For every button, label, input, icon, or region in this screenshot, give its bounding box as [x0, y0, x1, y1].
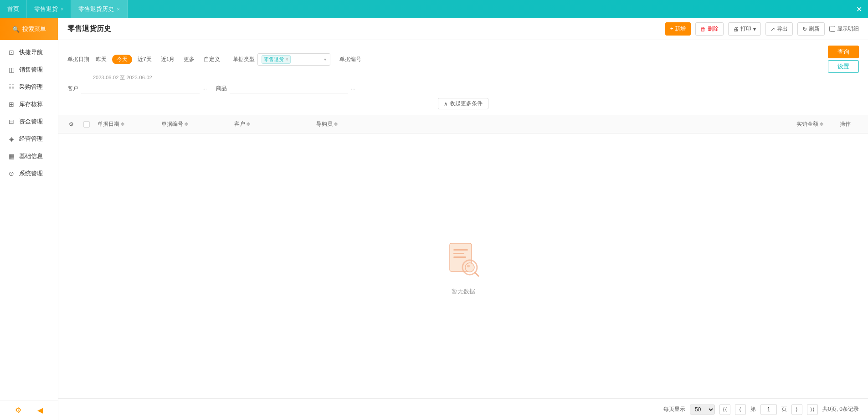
date-filter-label: 单据日期	[67, 56, 89, 63]
date-selector: 昨天 今天 近7天 近1月 更多 自定义	[92, 55, 224, 64]
voucher-no-label: 单据编号	[339, 56, 361, 63]
date-btn-more[interactable]: 更多	[180, 55, 198, 64]
th-gear[interactable]: ⚙	[63, 121, 79, 128]
date-btn-7days[interactable]: 近7天	[134, 55, 155, 64]
page-header: 零售退货历史 + 新增 🗑 删除 🖨 打印 ▾ ↗ 导出 ↻	[58, 18, 868, 40]
sidebar-item-sys-mgmt[interactable]: ⊙ 系统管理	[0, 165, 58, 182]
search-menu-button[interactable]: 🔍 搜索菜单	[0, 18, 58, 40]
sidebar-item-basic-info[interactable]: ▦ 基础信息	[0, 148, 58, 165]
th-customer: 客户	[231, 120, 313, 128]
sidebar-item-inventory[interactable]: ⊞ 库存核算	[0, 96, 58, 113]
date-btn-1month[interactable]: 近1月	[157, 55, 179, 64]
svg-point-7	[467, 265, 470, 267]
sidebar-item-purchase-mgmt[interactable]: ☷ 采购管理	[0, 78, 58, 96]
table-area: ⚙ 单据日期 单据编号	[58, 115, 868, 398]
customer-label: 客户	[67, 85, 78, 92]
th-check[interactable]	[79, 121, 94, 128]
customer-sort[interactable]	[247, 122, 250, 126]
filter-row-1: 单据日期 昨天 今天 近7天 近1月 更多 自定义 单据类型	[67, 46, 859, 73]
th-date: 单据日期	[94, 120, 158, 128]
amount-sort[interactable]	[820, 122, 823, 126]
settings-icon[interactable]: ⚙	[15, 406, 21, 415]
nav-label-sys-mgmt: 系统管理	[19, 169, 43, 178]
delete-icon: 🗑	[700, 26, 706, 32]
show-detail-checkbox-label[interactable]: 显示明细	[829, 25, 859, 33]
sidebar-item-quick-nav[interactable]: ⊡ 快捷导航	[0, 44, 58, 61]
delete-button[interactable]: 🗑 删除	[695, 22, 724, 36]
page-size-label: 每页显示	[663, 405, 685, 413]
sidebar: 🔍 搜索菜单 ⊡ 快捷导航 ◫ 销售管理 ☷ 采购管理 ⊞ 库存核算 ⊟ 资金管…	[0, 18, 58, 420]
next-page-button[interactable]: ⟩	[791, 404, 802, 415]
voucher-no-input[interactable]	[364, 55, 464, 64]
voucher-type-dropdown-icon: ▾	[324, 57, 326, 62]
date-btn-today[interactable]: 今天	[112, 55, 132, 64]
date-btn-custom[interactable]: 自定义	[200, 55, 224, 64]
nav-icon-sys-mgmt: ⊙	[7, 169, 15, 178]
query-button[interactable]: 查询	[828, 46, 859, 58]
nav-icon-basic-info: ▦	[7, 152, 15, 160]
voucher-type-label: 单据类型	[233, 56, 255, 63]
filter-area: 单据日期 昨天 今天 近7天 近1月 更多 自定义 单据类型	[58, 40, 868, 115]
nav-icon-sales-mgmt: ◫	[7, 66, 15, 74]
page-number-input[interactable]	[760, 404, 777, 415]
svg-rect-3	[453, 256, 466, 258]
date-range-display: 2023-06-02 至 2023-06-02	[93, 74, 859, 81]
sidebar-item-finance[interactable]: ⊟ 资金管理	[0, 113, 58, 130]
guide-sort[interactable]	[334, 122, 338, 126]
voucher-type-select[interactable]: 零售退货 × ▾	[257, 53, 330, 66]
goods-search-icon[interactable]: ···	[351, 86, 355, 92]
goods-input[interactable]	[230, 84, 348, 93]
export-button[interactable]: ↗ 导出	[765, 22, 793, 36]
nav-icon-operations: ◈	[7, 135, 15, 143]
voucher-type-select-inner: 零售退货 ×	[262, 55, 321, 64]
search-icon: 🔍	[12, 26, 20, 33]
tab-label-retail-return-history: 零售退货历史	[78, 5, 114, 13]
new-button[interactable]: + 新增	[665, 22, 691, 36]
nav-label-purchase-mgmt: 采购管理	[19, 83, 43, 91]
svg-point-5	[465, 263, 474, 272]
show-detail-checkbox[interactable]	[829, 26, 835, 32]
page-size-select[interactable]: 20 50 100	[690, 405, 715, 415]
collapse-icon: ∧	[444, 101, 448, 107]
action-buttons: 查询 设置	[828, 46, 859, 73]
collapse-sidebar-icon[interactable]: ◀	[37, 406, 43, 415]
sidebar-item-operations[interactable]: ◈ 经营管理	[0, 130, 58, 148]
nav-label-basic-info: 基础信息	[19, 152, 43, 160]
top-bar: 首页零售退货×零售退货历史× ✕	[0, 0, 868, 18]
num-sort[interactable]	[185, 122, 188, 126]
customer-search-icon[interactable]: ···	[202, 86, 207, 92]
date-sort[interactable]	[121, 122, 124, 126]
first-page-button[interactable]: ⟨⟨	[719, 404, 730, 415]
export-icon: ↗	[770, 26, 775, 32]
empty-text: 暂无数据	[452, 287, 475, 296]
goods-filter-item: 商品 ···	[216, 84, 355, 93]
tag-close-icon[interactable]: ×	[285, 56, 288, 62]
voucher-type-filter-item: 单据类型 零售退货 × ▾	[233, 53, 330, 66]
window-close-button[interactable]: ✕	[850, 0, 868, 18]
nav-label-inventory: 库存核算	[19, 100, 43, 108]
date-btn-yesterday[interactable]: 昨天	[92, 55, 110, 64]
nav-label-finance: 资金管理	[19, 118, 43, 126]
nav-label-quick-nav: 快捷导航	[19, 48, 43, 56]
settings-button[interactable]: 设置	[828, 60, 859, 73]
tab-retail-return[interactable]: 零售退货×	[27, 0, 71, 18]
date-range-text: 2023-06-02 至 2023-06-02	[93, 75, 152, 80]
select-all-checkbox[interactable]	[83, 121, 90, 128]
print-button[interactable]: 🖨 打印 ▾	[728, 22, 761, 36]
prev-page-button[interactable]: ⟨	[735, 404, 746, 415]
tab-label-retail-return: 零售退货	[34, 5, 58, 13]
last-page-button[interactable]: ⟩⟩	[807, 404, 818, 415]
tab-home[interactable]: 首页	[0, 0, 27, 18]
tab-close-retail-return-history[interactable]: ×	[117, 6, 119, 12]
refresh-button[interactable]: ↻ 刷新	[797, 22, 825, 36]
voucher-type-tag: 零售退货 ×	[262, 55, 290, 64]
th-num: 单据编号	[158, 120, 231, 128]
tab-retail-return-history[interactable]: 零售退货历史×	[71, 0, 127, 18]
gear-icon[interactable]: ⚙	[69, 121, 74, 128]
collapse-button[interactable]: ∧ 收起更多条件	[438, 98, 488, 109]
sidebar-item-sales-mgmt[interactable]: ◫ 销售管理	[0, 61, 58, 78]
pagination-bar: 每页显示 20 50 100 ⟨⟨ ⟨ 第 页 ⟩ ⟩⟩ 共0页, 0条记录	[58, 398, 868, 420]
th-guide: 导购员	[313, 120, 376, 128]
customer-input[interactable]	[81, 84, 200, 93]
tab-close-retail-return[interactable]: ×	[61, 6, 63, 12]
